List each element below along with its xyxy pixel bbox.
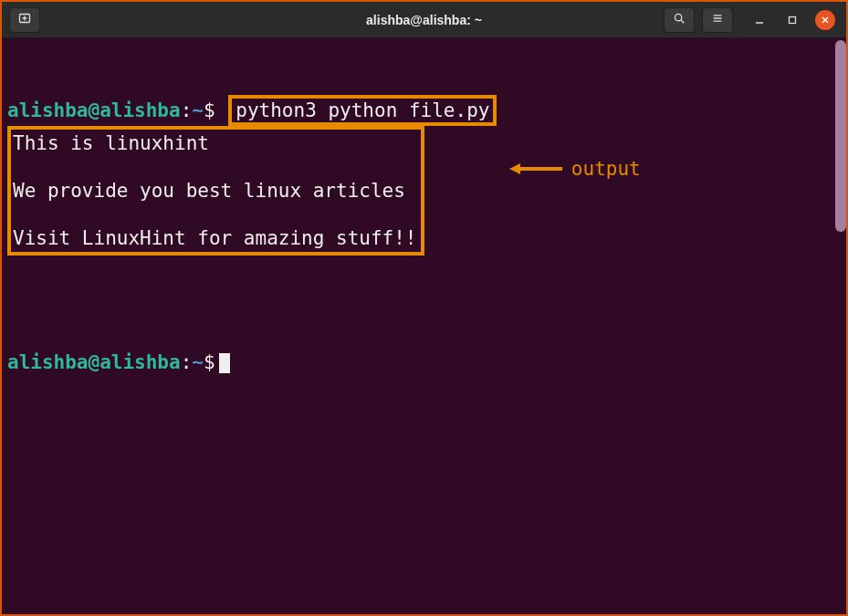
minimize-button[interactable] — [749, 10, 769, 30]
window-title: alishba@alishba: ~ — [366, 13, 482, 27]
prompt-dollar: $ — [204, 99, 215, 121]
maximize-button[interactable] — [782, 10, 802, 30]
output-line-2: We provide you best linux articles — [13, 179, 417, 203]
prompt-user-host: alishba@alishba — [7, 99, 181, 121]
output-line-3: Visit LinuxHint for amazing stuff!! — [13, 226, 417, 250]
prompt-line-2: alishba@alishba:~$ — [7, 350, 841, 374]
blank-after-output — [7, 279, 841, 303]
window-controls — [749, 10, 835, 30]
prompt-separator-2: : — [181, 351, 193, 373]
terminal-cursor — [219, 353, 230, 373]
output-line-1: This is linuxhint — [13, 131, 417, 155]
prompt-path-2: ~ — [192, 351, 204, 373]
command-line: alishba@alishba:~$ python3 python file.p… — [7, 95, 841, 126]
svg-point-1 — [675, 14, 681, 20]
menu-button[interactable] — [702, 7, 733, 33]
svg-marker-4 — [509, 163, 520, 174]
maximize-icon — [788, 11, 797, 28]
titlebar-right — [664, 7, 839, 33]
annotation-label: output — [571, 157, 641, 181]
hamburger-icon — [711, 11, 724, 28]
prompt-separator: : — [181, 99, 193, 121]
svg-rect-2 — [790, 17, 796, 24]
arrow-icon — [440, 133, 562, 204]
new-tab-icon — [17, 11, 32, 29]
search-icon — [673, 11, 686, 28]
output-annotation: output — [440, 133, 641, 204]
window-titlebar: alishba@alishba: ~ — [2, 2, 846, 38]
new-tab-button[interactable] — [9, 7, 40, 33]
search-button[interactable] — [664, 7, 695, 33]
scrollbar-thumb[interactable] — [835, 40, 846, 232]
prompt-user-host-2: alishba@alishba — [7, 351, 181, 373]
terminal-body[interactable]: alishba@alishba:~$ python3 python file.p… — [2, 38, 846, 451]
command-text: python3 python file.py — [236, 99, 489, 121]
prompt-path: ~ — [192, 99, 204, 121]
output-highlight-box: This is linuxhint We provide you best li… — [7, 126, 424, 256]
close-button[interactable] — [815, 10, 835, 30]
command-highlight-box: python3 python file.py — [228, 95, 497, 126]
close-icon — [821, 11, 830, 28]
output-blank-1 — [13, 155, 417, 179]
prompt-dollar-2: $ — [204, 351, 215, 373]
minimize-icon — [755, 11, 764, 28]
titlebar-left — [9, 7, 40, 33]
output-blank-2 — [13, 203, 417, 226]
